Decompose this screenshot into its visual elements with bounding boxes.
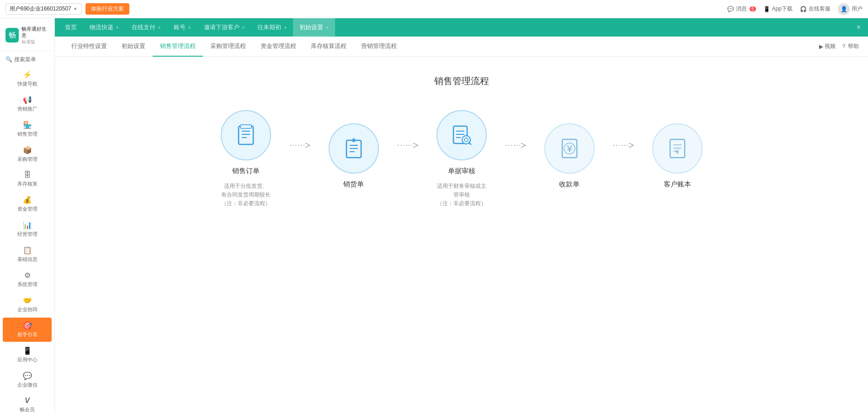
nav-tab-logistics[interactable]: 物流快递 × xyxy=(83,18,125,37)
svg-line-20 xyxy=(469,143,471,144)
close-icon[interactable]: × xyxy=(188,25,191,30)
close-icon[interactable]: × xyxy=(242,25,245,30)
video-icon: ▶ xyxy=(819,43,823,50)
sidebar-item-new-guide[interactable]: 🎯 新手引导 xyxy=(3,318,52,342)
sidebar-item-inventory[interactable]: 🗄 库存核算 xyxy=(3,167,52,191)
logo-text-block: 畅库通好生意 标准版 xyxy=(21,26,49,45)
sidebar-item-label: 经营管理 xyxy=(17,231,37,238)
nav-tab-label: 物流快递 xyxy=(90,23,113,32)
flow-circle-sales-order xyxy=(221,110,271,160)
headset-icon: 🎧 xyxy=(800,6,807,12)
nav-tab-label: 账号 xyxy=(174,23,186,32)
flow-circle-customer-ledger: ¥ xyxy=(652,123,703,174)
close-all-tabs-btn[interactable]: × xyxy=(853,23,864,32)
nav-tab-payment[interactable]: 在线支付 × xyxy=(125,18,167,37)
message-badge: 6 xyxy=(750,6,756,11)
nav-tab-initial-setup[interactable]: 初始设置 × xyxy=(293,18,335,37)
content-area: 销售管理流程 销售订单 适用于分批发货、有合同 xyxy=(55,57,868,414)
help-link[interactable]: ？ 帮助 xyxy=(841,42,859,50)
user-avatar-item[interactable]: 👤 用户 xyxy=(838,3,863,15)
sub-tab-sales-flow[interactable]: 销售管理流程 xyxy=(153,37,203,57)
new-guide-icon: 🎯 xyxy=(23,321,32,330)
sub-tab-industry[interactable]: 行业特性设置 xyxy=(64,37,114,57)
sub-tab-label: 销售管理流程 xyxy=(160,42,196,50)
sub-tab-initial[interactable]: 初始设置 xyxy=(114,37,153,57)
sidebar-item-app-center[interactable]: 📱 应用中心 xyxy=(3,343,52,367)
online-service-item[interactable]: 🎧 在线客服 xyxy=(800,5,831,13)
flow-step-sales-delivery: 销货单 xyxy=(313,123,395,195)
sidebar-item-finance[interactable]: 💰 资金管理 xyxy=(3,192,52,216)
sidebar-item-quick-nav[interactable]: ⚡ 快捷导航 xyxy=(3,67,52,91)
app-download-item[interactable]: 📱 App下载 xyxy=(763,5,793,13)
close-icon[interactable]: × xyxy=(326,25,329,30)
user-selector[interactable]: 用户690企业1660120507 ▼ xyxy=(5,3,82,15)
video-link[interactable]: ▶ 视频 xyxy=(819,42,836,50)
help-icon: ？ xyxy=(841,42,847,50)
trial-btn[interactable]: 体验行业方案 xyxy=(85,3,129,15)
close-icon[interactable]: × xyxy=(116,25,119,30)
service-label: 在线客服 xyxy=(809,5,831,13)
close-icon[interactable]: × xyxy=(284,25,287,30)
inventory-icon: 🗄 xyxy=(24,171,31,179)
arrow-icon xyxy=(289,141,311,150)
sub-tab-purchase-flow[interactable]: 采购管理流程 xyxy=(203,37,253,57)
app-label: App下载 xyxy=(772,5,793,13)
top-bar-left: 用户690企业1660120507 ▼ 体验行业方案 xyxy=(5,3,129,15)
app-icon: 📱 xyxy=(763,6,770,12)
logo-icon: 畅 xyxy=(5,28,19,42)
sidebar-item-label: 企业微信 xyxy=(17,382,37,388)
nav-tab-label: 初始设置 xyxy=(299,23,323,32)
sidebar-item-purchase[interactable]: 📦 采购管理 xyxy=(3,142,52,166)
svg-point-11 xyxy=(353,139,355,141)
sidebar: 畅 畅库通好生意 标准版 🔍 搜索菜单 ⚡ 快捷导航 📢 营销推广 🏪 销售管理… xyxy=(0,18,55,414)
sub-tab-inventory-flow[interactable]: 库存核算流程 xyxy=(304,37,354,57)
help-label: 帮助 xyxy=(848,42,859,50)
sidebar-item-enterprise-coop[interactable]: 🤝 企业协同 xyxy=(3,292,52,317)
sub-tab-label: 营销管理流程 xyxy=(361,42,397,50)
sidebar-item-label: 应用中心 xyxy=(17,356,37,363)
avatar: 👤 xyxy=(838,3,850,15)
message-item[interactable]: 💬 消息 6 xyxy=(727,5,756,13)
chevron-down-icon: ▼ xyxy=(73,6,78,11)
top-bar-right: 💬 消息 6 📱 App下载 🎧 在线客服 👤 用户 xyxy=(727,3,863,15)
svg-text:¥: ¥ xyxy=(675,148,679,155)
sidebar-item-base-info[interactable]: 📋 基础信息 xyxy=(3,242,52,266)
svg-text:¥: ¥ xyxy=(566,143,572,154)
sidebar-search[interactable]: 🔍 搜索菜单 xyxy=(0,53,54,66)
flow-arrow-2 xyxy=(397,141,419,177)
nav-tab-invite[interactable]: 邀请下游客户 × xyxy=(197,18,251,37)
quick-nav-icon: ⚡ xyxy=(23,70,32,79)
chang-member-icon: V xyxy=(25,397,30,405)
flow-circle-sales-delivery xyxy=(329,123,379,174)
sidebar-logo: 畅 畅库通好生意 标准版 xyxy=(0,22,54,51)
sales-icon: 🏪 xyxy=(23,121,32,129)
arrow-icon xyxy=(505,141,527,150)
sidebar-item-label: 畅会员 xyxy=(20,406,35,413)
logo-main-text: 畅库通好生意 xyxy=(21,26,49,39)
sidebar-item-marketing[interactable]: 📢 营销推广 xyxy=(3,92,52,116)
step-name-sales-order: 销售订单 xyxy=(232,167,260,175)
sub-tab-label: 资金管理流程 xyxy=(261,42,296,50)
sidebar-item-label: 新手引导 xyxy=(17,331,37,338)
flow-step-doc-review: 单据审核 适用于财务审核或主管审核（注：非必要流程） xyxy=(421,110,503,208)
sub-tab-marketing-flow[interactable]: 营销管理流程 xyxy=(354,37,404,57)
nav-tab-account[interactable]: 账号 × xyxy=(167,18,197,37)
layout: 畅 畅库通好生意 标准版 🔍 搜索菜单 ⚡ 快捷导航 📢 营销推广 🏪 销售管理… xyxy=(0,18,868,414)
sidebar-item-sys-mgmt[interactable]: ⚙ 系统管理 xyxy=(3,267,52,292)
flow-diagram: 销售订单 适用于分批发货、有合同发货周期较长（注：非必要流程） xyxy=(73,110,850,208)
nav-tab-period-init[interactable]: 往来期初 × xyxy=(251,18,293,37)
step-desc-doc-review: 适用于财务审核或主管审核（注：非必要流程） xyxy=(437,182,486,208)
step-desc-sales-order: 适用于分批发货、有合同发货周期较长（注：非必要流程） xyxy=(221,182,271,208)
close-icon[interactable]: × xyxy=(158,25,161,30)
sub-tab-finance-flow[interactable]: 资金管理流程 xyxy=(253,37,304,57)
sidebar-item-enterprise-wechat[interactable]: 💬 企业微信 xyxy=(3,368,52,392)
sidebar-item-operations[interactable]: 📊 经营管理 xyxy=(3,217,52,241)
nav-tab-home[interactable]: 首页 xyxy=(59,18,83,37)
nav-tab-label: 邀请下游客户 xyxy=(204,23,240,32)
purchase-icon: 📦 xyxy=(23,146,32,154)
finance-icon: 💰 xyxy=(23,196,32,204)
search-icon: 🔍 xyxy=(5,56,12,63)
sidebar-item-chang-member[interactable]: V 畅会员 xyxy=(3,393,52,414)
sidebar-item-sales[interactable]: 🏪 销售管理 xyxy=(3,117,52,141)
nav-tab-label: 首页 xyxy=(65,23,77,32)
